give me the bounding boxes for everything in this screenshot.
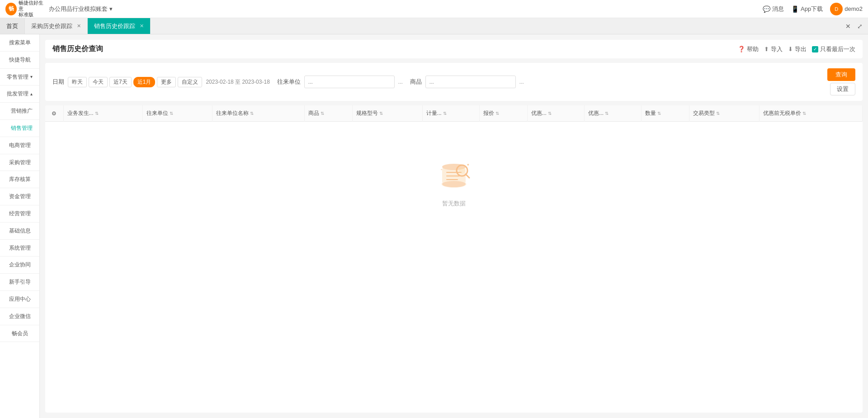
phone-icon: 📱 [791, 5, 799, 13]
sidebar-item-marketing[interactable]: 营销推广 [0, 103, 39, 120]
sidebar: 搜索菜单 快捷导航 零售管理 ▾ 批发管理 ▴ 营销推广 销售管理 电商管理 采 [0, 34, 40, 418]
date-btn-yesterday[interactable]: 昨天 [68, 77, 87, 87]
sidebar-retail-label: 零售管理 [7, 73, 28, 81]
chevron-up-icon: ▴ [30, 91, 33, 97]
th-pre-tax-price[interactable]: 优惠前无税单价 ⇅ [759, 105, 862, 122]
query-button[interactable]: 查询 [827, 68, 855, 81]
svg-line-9 [466, 174, 469, 178]
industry-selector[interactable]: 办公用品行业模拟账套 ▾ [49, 5, 113, 13]
empty-text: 暂无数据 [442, 200, 466, 208]
th-quoted-price[interactable]: 报价 ⇅ [479, 105, 527, 122]
date-buttons: 昨天 今天 近7天 近1月 更多 自定义 [68, 77, 202, 87]
top-header-right: 💬 消息 📱 App下载 D demo2 [763, 3, 863, 15]
th-quantity[interactable]: 数量 ⇅ [642, 105, 689, 122]
sort-icon-biz-date: ⇅ [95, 111, 99, 116]
import-icon: ⬆ [764, 46, 769, 52]
import-button[interactable]: ⬆ 导入 [764, 45, 783, 53]
sort-icon-trade-type: ⇅ [716, 111, 720, 116]
sidebar-basic-info-label: 基础信息 [9, 227, 31, 235]
logo-area: 畅 畅捷信好生意 标准版 [5, 0, 45, 18]
sort-icon-discount2: ⇅ [605, 111, 609, 116]
sidebar-item-quick-nav[interactable]: 快捷导航 [0, 52, 39, 69]
main-layout: 搜索菜单 快捷导航 零售管理 ▾ 批发管理 ▴ 营销推广 销售管理 电商管理 采 [0, 34, 868, 418]
chevron-down-icon: ▾ [109, 5, 113, 12]
sidebar-item-ecommerce[interactable]: 电商管理 [0, 137, 39, 154]
sidebar-operations-label: 经营管理 [9, 210, 31, 218]
tab-sales-history[interactable]: 销售历史价跟踪 ✕ [88, 18, 151, 34]
sort-icon-discount1: ⇅ [548, 111, 552, 116]
sidebar-new-guide-label: 新手引导 [9, 278, 31, 286]
close-all-tabs-button[interactable]: ✕ [844, 22, 853, 31]
sidebar-item-basic-info[interactable]: 基础信息 [0, 223, 39, 240]
close-tab-purchase-icon[interactable]: ✕ [77, 23, 81, 29]
tab-home-label: 首页 [6, 22, 18, 30]
date-btn-more[interactable]: 更多 [157, 77, 176, 87]
sidebar-system-label: 系统管理 [9, 244, 31, 252]
checkbox-icon: ✓ [812, 46, 818, 52]
app-download-button[interactable]: 📱 App下载 [791, 5, 823, 13]
goods-input[interactable] [425, 76, 516, 88]
sidebar-quick-nav-label: 快捷导航 [9, 56, 31, 64]
date-btn-1month[interactable]: 近1月 [133, 77, 156, 87]
th-settings[interactable]: ⚙ [45, 105, 63, 122]
sort-icon-spec: ⇅ [379, 111, 383, 116]
message-button[interactable]: 💬 消息 [763, 5, 784, 13]
date-btn-custom[interactable]: 自定义 [178, 77, 202, 87]
partner-filter-label: 往来单位 [277, 78, 301, 86]
tab-home[interactable]: 首页 [0, 18, 25, 34]
tab-purchase-label: 采购历史价跟踪 [31, 22, 72, 30]
avatar: D [830, 3, 843, 15]
th-unit[interactable]: 计量... ⇅ [422, 105, 479, 122]
sidebar-item-new-guide[interactable]: 新手引导 [0, 274, 39, 291]
filter-bar: 日期 昨天 今天 近7天 近1月 更多 自定义 2023-02-18 至 202… [45, 63, 863, 101]
maximize-button[interactable]: ⤢ [855, 22, 864, 31]
top-header: 畅 畅捷信好生意 标准版 办公用品行业模拟账套 ▾ 💬 消息 📱 App下载 D… [0, 0, 868, 18]
th-partner-code[interactable]: 往来单位 ⇅ [142, 105, 212, 122]
th-goods[interactable]: 商品 ⇅ [304, 105, 352, 122]
export-button[interactable]: ⬇ 导出 [788, 45, 807, 53]
sidebar-item-inventory[interactable]: 库存核算 [0, 171, 39, 188]
sidebar-item-enterprise-wechat[interactable]: 企业微信 [0, 308, 39, 325]
sidebar-item-retail-mgmt[interactable]: 零售管理 ▾ [0, 69, 39, 86]
partner-input[interactable] [304, 76, 395, 88]
export-icon: ⬇ [788, 46, 793, 52]
tab-sales-label: 销售历史价跟踪 [94, 22, 135, 30]
page-header: 销售历史价查询 ❓ 帮助 ⬆ 导入 ⬇ 导出 ✓ 只看最后一次 [45, 40, 863, 58]
sidebar-search-menu-label: 搜索菜单 [9, 39, 31, 47]
empty-svg: ✦ ✦ [436, 158, 472, 194]
sidebar-item-search-menu[interactable]: 搜索菜单 [0, 34, 39, 52]
table-header-row: ⚙ 业务发生... ⇅ 往来单位 ⇅ [45, 105, 863, 122]
tab-bar: 首页 采购历史价跟踪 ✕ 销售历史价跟踪 ✕ ✕ ⤢ [0, 18, 868, 34]
th-partner-name[interactable]: 往来单位名称 ⇅ [212, 105, 305, 122]
sort-icon-goods: ⇅ [321, 111, 324, 116]
svg-point-8 [459, 167, 465, 174]
tab-purchase-history[interactable]: 采购历史价跟踪 ✕ [25, 18, 88, 34]
help-button[interactable]: ❓ 帮助 [738, 45, 759, 53]
sidebar-item-app-center[interactable]: 应用中心 [0, 291, 39, 308]
sidebar-item-finance[interactable]: 资金管理 [0, 188, 39, 205]
date-btn-7days[interactable]: 近7天 [109, 77, 132, 87]
settings-button[interactable]: 设置 [830, 83, 855, 95]
sidebar-enterprise-collab-label: 企业协同 [9, 261, 31, 269]
th-discount2[interactable]: 优惠... ⇅ [584, 105, 641, 122]
th-biz-date[interactable]: 业务发生... ⇅ [63, 105, 142, 122]
sidebar-item-sales-mgmt[interactable]: 销售管理 [0, 120, 39, 137]
th-trade-type[interactable]: 交易类型 ⇅ [689, 105, 760, 122]
th-spec[interactable]: 规格型号 ⇅ [352, 105, 422, 122]
date-filter-group: 日期 昨天 今天 近7天 近1月 更多 自定义 2023-02-18 至 202… [52, 77, 270, 87]
close-tab-sales-icon[interactable]: ✕ [140, 23, 144, 29]
sidebar-app-center-label: 应用中心 [9, 295, 31, 303]
only-last-checkbox[interactable]: ✓ 只看最后一次 [812, 45, 855, 53]
sidebar-item-member[interactable]: 畅会员 [0, 325, 39, 342]
table-body: ✦ ✦ 暂无数据 [45, 122, 863, 244]
date-btn-today[interactable]: 今天 [89, 77, 108, 87]
sidebar-finance-label: 资金管理 [9, 193, 31, 200]
sidebar-item-system[interactable]: 系统管理 [0, 240, 39, 257]
th-discount1[interactable]: 优惠... ⇅ [527, 105, 584, 122]
sort-icon-quoted-price: ⇅ [495, 111, 499, 116]
sidebar-item-operations[interactable]: 经营管理 [0, 205, 39, 223]
user-profile-button[interactable]: D demo2 [830, 3, 863, 15]
sidebar-item-wholesale-mgmt[interactable]: 批发管理 ▴ [0, 86, 39, 103]
sidebar-item-enterprise-collab[interactable]: 企业协同 [0, 256, 39, 274]
sidebar-item-purchase[interactable]: 采购管理 [0, 154, 39, 171]
